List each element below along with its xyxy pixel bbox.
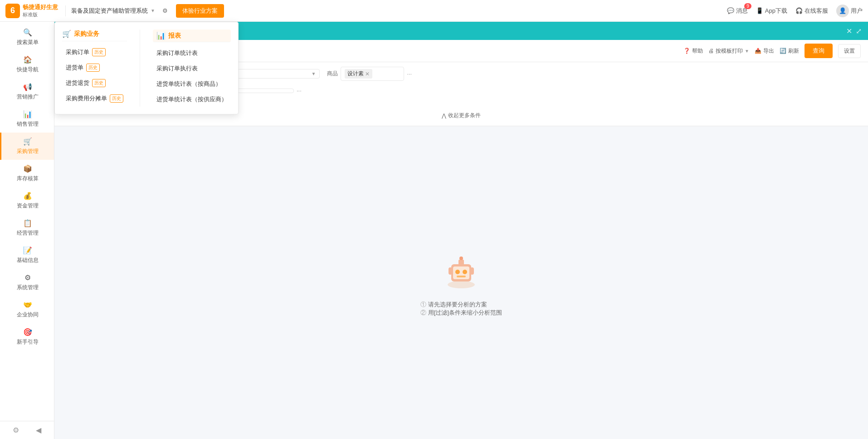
- system-title[interactable]: 装备及固定资产辅助管理系统 ▼: [71, 7, 155, 15]
- enterprise-icon: 🤝: [23, 301, 32, 309]
- product-select[interactable]: 设计素 ✕: [341, 67, 404, 81]
- industry-button[interactable]: 体验行业方案: [176, 4, 224, 18]
- product-tag: 设计素 ✕: [345, 69, 372, 79]
- sidebar-item-search[interactable]: 🔍 搜索菜单: [0, 24, 54, 51]
- svg-point-3: [455, 270, 460, 274]
- basic-icon: 📝: [23, 246, 32, 255]
- collapse-button[interactable]: ⋀ 收起更多条件: [442, 112, 481, 119]
- logo-text: 畅捷通好生意 标准版: [23, 4, 58, 18]
- search-icon: 🔍: [23, 28, 32, 37]
- empty-text: 请先选择要分析的方案 用[过滤]条件来缩小分析范围: [420, 301, 502, 317]
- purchase-cost-badge: 历史: [110, 94, 123, 103]
- menu-divider: [140, 30, 140, 107]
- marketing-icon: 📢: [23, 83, 32, 91]
- product-label: 商品: [327, 70, 338, 78]
- sidebar: 🔍 搜索菜单 🏠 快捷导航 📢 营销推广 📊 销售管理 🛒 采购管理 📦: [0, 22, 54, 439]
- divider: [65, 5, 66, 16]
- help-button[interactable]: ❓ 帮助: [683, 47, 703, 55]
- product-filter: 商品 设计素 ✕ ···: [327, 67, 412, 81]
- sidebar-item-finance[interactable]: 💰 资金管理: [0, 187, 54, 214]
- sidebar-collapse-button[interactable]: ◀: [36, 426, 41, 434]
- section1-title: 🛒 采购业务: [62, 30, 127, 41]
- section2-title: 📊 报表: [153, 30, 231, 42]
- sidebar-item-system[interactable]: ⚙ 系统管理: [0, 269, 54, 296]
- purchase-report-section: 📊 报表 采购订单统计表 采购订单执行表 进货单统计表（按商品） 进货单统计表（…: [153, 30, 231, 107]
- system-dropdown-arrow: ▼: [151, 8, 155, 13]
- menu-item-purchase-order[interactable]: 采购订单 历史: [62, 45, 127, 59]
- message-badge: 9: [744, 3, 751, 9]
- purchase-icon: 🛒: [23, 137, 32, 146]
- sidebar-item-enterprise[interactable]: 🤝 企业协同: [0, 296, 54, 323]
- template-print-button[interactable]: 🖨 按模板打印 ▼: [708, 47, 749, 55]
- goods-return-badge: 历史: [92, 79, 106, 87]
- phone-icon: 📱: [756, 7, 763, 14]
- sidebar-settings-button[interactable]: ⚙: [13, 426, 19, 434]
- message-icon: 💬: [727, 7, 734, 14]
- product-tag-remove[interactable]: ✕: [365, 71, 370, 77]
- topbar: 6 畅捷通好生意 标准版 装备及固定资产辅助管理系统 ▼ ⚙ 体验行业方案 💬 …: [0, 0, 868, 22]
- menu-item-receipt-stats-product[interactable]: 进货单统计表（按商品）: [153, 77, 231, 91]
- topbar-right: 💬 消息 9 📱 App下载 🎧 在线客服 👤 用户: [727, 5, 863, 17]
- export-button[interactable]: 📤 导出: [755, 47, 774, 55]
- collapse-arrow-icon: ⋀: [442, 113, 446, 119]
- svg-point-0: [448, 281, 475, 288]
- menu-item-goods-return[interactable]: 进货退货 历史: [62, 76, 127, 90]
- menu-item-order-exec[interactable]: 采购订单执行表: [153, 61, 231, 76]
- sidebar-item-quicknav[interactable]: 🏠 快捷导航: [0, 51, 54, 78]
- svg-rect-8: [449, 267, 452, 275]
- sidebar-item-sales[interactable]: 📊 销售管理: [0, 105, 54, 133]
- order-status-arrow-icon: ▼: [311, 71, 316, 76]
- settings-button[interactable]: 设置: [838, 44, 861, 58]
- goods-receipt-badge: 历史: [86, 64, 100, 72]
- operation-icon: 📋: [23, 219, 32, 227]
- finance-icon: 💰: [23, 192, 32, 200]
- sidebar-item-inventory[interactable]: 📦 库存核算: [0, 160, 54, 187]
- help-icon: ❓: [683, 48, 690, 54]
- menu-item-order-stats[interactable]: 采购订单统计表: [153, 46, 231, 60]
- query-button[interactable]: 查询: [805, 44, 833, 58]
- menu-item-purchase-cost[interactable]: 采购费用分摊单 历史: [62, 91, 127, 106]
- tab-bar-close-button[interactable]: ✕: [844, 25, 854, 37]
- tab-bar-expand-button[interactable]: ⤢: [854, 25, 863, 37]
- section2-icon: 📊: [156, 31, 166, 40]
- purchase-order-badge: 历史: [92, 48, 106, 56]
- inventory-icon: 📦: [23, 164, 32, 173]
- system-settings-icon[interactable]: ⚙: [159, 5, 171, 17]
- headset-icon: 🎧: [795, 7, 803, 14]
- sidebar-item-marketing[interactable]: 📢 营销推广: [0, 78, 54, 105]
- salesperson-more-dots[interactable]: ···: [297, 87, 302, 94]
- home-icon: 🏠: [23, 55, 32, 64]
- sidebar-bottom: ⚙ ◀: [0, 421, 54, 439]
- order-status-select[interactable]: ▼: [229, 69, 320, 79]
- sidebar-item-purchase[interactable]: 🛒 采购管理: [0, 133, 54, 160]
- menu-item-receipt-stats-supplier[interactable]: 进货单统计表（按供应商）: [153, 92, 231, 107]
- system-icon: ⚙: [24, 273, 31, 282]
- print-arrow-icon: ▼: [745, 49, 749, 54]
- online-service-button[interactable]: 🎧 在线客服: [795, 7, 828, 15]
- svg-rect-5: [457, 276, 466, 277]
- message-button[interactable]: 💬 消息 9: [727, 7, 748, 15]
- svg-rect-9: [470, 267, 474, 275]
- robot-svg: [439, 248, 484, 294]
- menu-item-goods-receipt[interactable]: 进货单 历史: [62, 60, 127, 75]
- section1-icon: 🛒: [62, 30, 71, 38]
- svg-point-7: [459, 256, 463, 260]
- product-more-dots[interactable]: ···: [407, 70, 412, 77]
- user-avatar: 👤: [836, 5, 849, 17]
- refresh-button[interactable]: 🔄 刷新: [780, 47, 799, 55]
- sidebar-item-basic[interactable]: 📝 基础信息: [0, 242, 54, 269]
- sidebar-nav: 🔍 搜索菜单 🏠 快捷导航 📢 营销推广 📊 销售管理 🛒 采购管理 📦: [0, 22, 54, 421]
- sales-icon: 📊: [23, 110, 32, 118]
- empty-state: 请先选择要分析的方案 用[过滤]条件来缩小分析范围: [54, 126, 868, 439]
- empty-illustration: [439, 248, 484, 295]
- logo-area: 6 畅捷通好生意 标准版: [5, 4, 60, 18]
- purchase-dropdown-menu: 🛒 采购业务 采购订单 历史 进货单 历史 进货退货 历史 采购费用分摊单 历史…: [54, 22, 239, 114]
- app-download-button[interactable]: 📱 App下载: [756, 7, 787, 15]
- export-icon: 📤: [755, 48, 761, 54]
- svg-rect-6: [458, 260, 464, 265]
- sidebar-item-operation[interactable]: 📋 经营管理: [0, 214, 54, 242]
- sidebar-item-newbie[interactable]: 🎯 新手引导: [0, 323, 54, 350]
- user-menu-button[interactable]: 👤 用户: [836, 5, 863, 17]
- purchase-business-section: 🛒 采购业务 采购订单 历史 进货单 历史 进货退货 历史 采购费用分摊单 历史: [62, 30, 127, 107]
- svg-point-4: [463, 270, 467, 274]
